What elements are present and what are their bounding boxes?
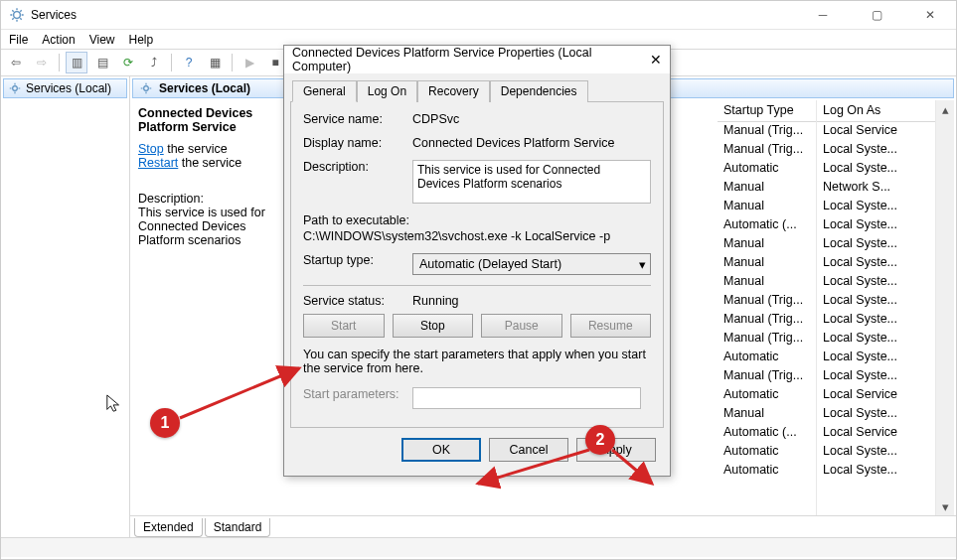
cell-log-on-as[interactable]: Local Syste...	[817, 216, 935, 235]
help-button[interactable]: ?	[178, 52, 200, 73]
cell-startup-type[interactable]: Manual (Trig...	[718, 292, 816, 311]
start-params-input[interactable]	[412, 387, 641, 409]
display-name-label: Display name:	[303, 136, 412, 150]
minimize-button[interactable]: ─	[801, 3, 845, 27]
cell-startup-type[interactable]: Manual	[718, 179, 816, 198]
forward-button[interactable]: ⇨	[31, 52, 53, 73]
startup-type-select[interactable]: Automatic (Delayed Start) ▾	[412, 253, 651, 275]
cell-startup-type[interactable]: Manual (Trig...	[718, 311, 816, 330]
annotation-badge-1: 1	[150, 408, 180, 438]
stop-service-link[interactable]: Stop	[138, 142, 164, 156]
menu-file[interactable]: File	[9, 33, 28, 47]
description-box[interactable]	[412, 160, 651, 204]
scroll-down-icon[interactable]: ▾	[936, 497, 954, 515]
cell-startup-type[interactable]: Automatic	[718, 462, 816, 481]
cell-log-on-as[interactable]: Local Syste...	[817, 405, 935, 424]
refresh-button[interactable]: ⟳	[117, 52, 139, 73]
cell-startup-type[interactable]: Manual (Trig...	[718, 330, 816, 349]
cell-startup-type[interactable]: Manual (Trig...	[718, 122, 816, 141]
cell-log-on-as[interactable]: Local Syste...	[817, 273, 935, 292]
cell-startup-type[interactable]: Automatic	[718, 443, 816, 462]
cell-log-on-as[interactable]: Local Syste...	[817, 311, 935, 330]
dialog-close-icon[interactable]: ✕	[650, 52, 662, 68]
cell-log-on-as[interactable]: Local Syste...	[817, 443, 935, 462]
close-button[interactable]: ✕	[908, 3, 952, 27]
cell-startup-type[interactable]: Automatic (...	[718, 216, 816, 235]
cell-startup-type[interactable]: Manual	[718, 235, 816, 254]
cell-startup-type[interactable]: Automatic	[718, 349, 816, 367]
cell-log-on-as[interactable]: Local Syste...	[817, 141, 935, 160]
service-name-value: CDPSvc	[412, 112, 651, 126]
scroll-up-icon[interactable]: ▴	[936, 100, 954, 118]
svg-point-0	[14, 12, 21, 19]
services-window: Services ─ ▢ ✕ File Action View Help ⇦ ⇨…	[0, 0, 957, 560]
maximize-button[interactable]: ▢	[855, 3, 898, 27]
cancel-button[interactable]: Cancel	[489, 438, 568, 462]
cell-log-on-as[interactable]: Local Syste...	[817, 198, 935, 216]
menu-action[interactable]: Action	[42, 33, 75, 47]
tab-general[interactable]: General	[292, 80, 357, 102]
ok-button[interactable]: OK	[401, 438, 481, 462]
window-title: Services	[31, 8, 77, 22]
tab-recovery[interactable]: Recovery	[417, 80, 490, 102]
column-startup-type[interactable]: Startup Type	[718, 100, 816, 122]
cell-log-on-as[interactable]: Local Syste...	[817, 367, 935, 386]
tab-extended[interactable]: Extended	[134, 518, 203, 537]
svg-point-1	[13, 86, 18, 91]
cell-log-on-as[interactable]: Local Syste...	[817, 462, 935, 481]
vertical-scrollbar[interactable]: ▴ ▾	[936, 100, 954, 515]
properties-dialog: Connected Devices Platform Service Prope…	[283, 45, 671, 477]
cell-startup-type[interactable]: Automatic	[718, 386, 816, 405]
cell-startup-type[interactable]: Manual	[718, 198, 816, 216]
detail-pane: Connected Devices Platform Service Stop …	[132, 100, 281, 515]
path-label: Path to executable:	[303, 213, 651, 227]
cell-log-on-as[interactable]: Local Service	[817, 386, 935, 405]
cell-log-on-as[interactable]: Local Service	[817, 122, 935, 141]
view-tabs: Extended Standard	[130, 515, 956, 537]
cell-startup-type[interactable]: Automatic	[718, 160, 816, 179]
tab-dependencies[interactable]: Dependencies	[490, 80, 588, 102]
title-bar: Services ─ ▢ ✕	[1, 1, 956, 29]
tab-logon[interactable]: Log On	[357, 80, 417, 102]
cell-startup-type[interactable]: Manual	[718, 254, 816, 273]
stop-button[interactable]: Stop	[393, 314, 474, 338]
pause-button[interactable]: Pause	[481, 314, 562, 338]
play-button[interactable]: ▶	[239, 52, 260, 73]
svg-point-2	[144, 86, 149, 91]
display-name-value: Connected Devices Platform Service	[412, 136, 651, 150]
cell-startup-type[interactable]: Automatic (...	[718, 424, 816, 443]
start-params-label: Start parameters:	[303, 387, 412, 401]
tree-node-label: Services (Local)	[26, 81, 111, 95]
export-list-button[interactable]: ▤	[91, 52, 113, 73]
startup-type-label: Startup type:	[303, 253, 412, 267]
cell-log-on-as[interactable]: Local Syste...	[817, 160, 935, 179]
cell-log-on-as[interactable]: Local Syste...	[817, 235, 935, 254]
restart-service-link[interactable]: Restart	[138, 156, 178, 170]
cell-log-on-as[interactable]: Local Syste...	[817, 330, 935, 349]
cell-log-on-as[interactable]: Local Syste...	[817, 254, 935, 273]
tree-node-services-local[interactable]: Services (Local)	[3, 78, 127, 98]
service-name-label: Service name:	[303, 112, 412, 126]
services-grid-right: Startup Type Manual (Trig...Manual (Trig…	[718, 100, 954, 515]
tab-standard[interactable]: Standard	[205, 518, 271, 537]
cell-log-on-as[interactable]: Local Syste...	[817, 292, 935, 311]
cell-log-on-as[interactable]: Local Service	[817, 424, 935, 443]
cell-startup-type[interactable]: Manual	[718, 405, 816, 424]
cell-log-on-as[interactable]: Local Syste...	[817, 349, 935, 367]
resume-button[interactable]: Resume	[570, 314, 652, 338]
cell-startup-type[interactable]: Manual	[718, 273, 816, 292]
cell-startup-type[interactable]: Manual (Trig...	[718, 141, 816, 160]
export-button[interactable]: ⤴	[143, 52, 165, 73]
cell-log-on-as[interactable]: Network S...	[817, 179, 935, 198]
console-tree: Services (Local)	[1, 76, 130, 537]
start-button[interactable]: Start	[303, 314, 385, 338]
properties-button[interactable]: ▦	[204, 52, 226, 73]
menu-view[interactable]: View	[89, 33, 115, 47]
selected-service-name: Connected Devices Platform Service	[138, 106, 275, 134]
column-log-on-as[interactable]: Log On As	[817, 100, 935, 122]
back-button[interactable]: ⇦	[5, 52, 27, 73]
menu-help[interactable]: Help	[129, 33, 154, 47]
description-heading: Description:	[138, 192, 275, 206]
show-hide-tree-button[interactable]: ▥	[66, 52, 87, 73]
cell-startup-type[interactable]: Manual (Trig...	[718, 367, 816, 386]
